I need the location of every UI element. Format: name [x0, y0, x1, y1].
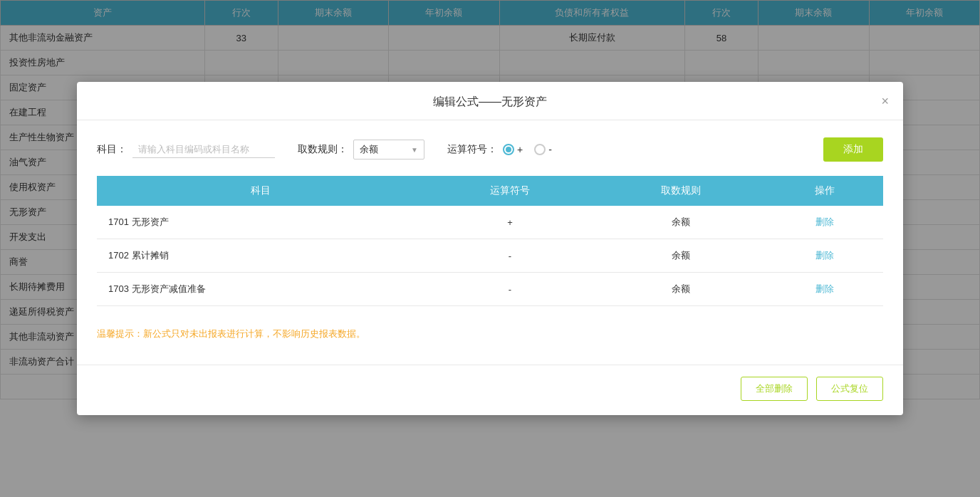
- operator-cell: +: [424, 206, 595, 239]
- col-header-rule: 取数规则: [595, 176, 766, 206]
- rule-field-group: 取数规则： 余额 ▼: [298, 140, 424, 159]
- table-row: 1701 无形资产+余额删除: [97, 206, 883, 239]
- reset-formula-button[interactable]: 公式复位: [816, 377, 883, 401]
- delete-row-link[interactable]: 删除: [815, 250, 834, 261]
- operator-cell: -: [424, 239, 595, 273]
- modal-body: 科目： 取数规则： 余额 ▼ 运算符号：: [77, 120, 903, 365]
- table-header-row: 科目 运算符号 取数规则 操作: [97, 176, 883, 206]
- modal-title: 编辑公式——无形资产: [433, 95, 547, 110]
- col-header-action: 操作: [766, 176, 883, 206]
- operator-field-group: 运算符号： + -: [447, 143, 552, 156]
- radio-unchecked-circle: [534, 144, 546, 155]
- rule-cell: 余额: [595, 239, 766, 273]
- subject-label: 科目：: [97, 143, 127, 156]
- operator-minus-radio[interactable]: -: [534, 144, 552, 155]
- action-cell: 删除: [766, 206, 883, 239]
- table-row: 1702 累计摊销-余额删除: [97, 239, 883, 273]
- warning-text: 温馨提示：新公式只对未出报表进行计算，不影响历史报表数据。: [97, 320, 883, 347]
- radio-checked-circle: [503, 144, 514, 155]
- modal-close-button[interactable]: ×: [881, 95, 889, 108]
- operator-plus-radio[interactable]: +: [503, 144, 523, 155]
- subject-cell: 1702 累计摊销: [97, 239, 424, 273]
- operator-label: 运算符号：: [447, 143, 497, 156]
- modal-header: 编辑公式——无形资产 ×: [77, 82, 903, 120]
- subject-input[interactable]: [132, 141, 275, 158]
- chevron-down-icon: ▼: [411, 146, 418, 154]
- subject-field-group: 科目：: [97, 141, 275, 158]
- operator-plus-label: +: [517, 144, 523, 155]
- subject-cell: 1701 无形资产: [97, 206, 424, 239]
- modal-footer: 全部删除 公式复位: [77, 365, 903, 415]
- table-row: 1703 无形资产减值准备-余额删除: [97, 273, 883, 306]
- operator-cell: -: [424, 273, 595, 306]
- modal-overlay: 编辑公式——无形资产 × 科目： 取数规则： 余额 ▼: [0, 0, 980, 497]
- operator-radio-group: + -: [503, 144, 552, 155]
- col-header-subject: 科目: [97, 176, 424, 206]
- delete-row-link[interactable]: 删除: [815, 283, 834, 294]
- edit-formula-modal: 编辑公式——无形资产 × 科目： 取数规则： 余额 ▼: [77, 82, 903, 415]
- add-button[interactable]: 添加: [823, 137, 883, 162]
- action-cell: 删除: [766, 239, 883, 273]
- rule-label: 取数规则：: [298, 143, 348, 156]
- operator-minus-label: -: [548, 144, 552, 155]
- action-cell: 删除: [766, 273, 883, 306]
- formula-form: 科目： 取数规则： 余额 ▼ 运算符号：: [97, 137, 883, 162]
- delete-row-link[interactable]: 删除: [815, 216, 834, 227]
- col-header-operator: 运算符号: [424, 176, 595, 206]
- rule-select-value: 余额: [360, 143, 378, 156]
- rule-select[interactable]: 余额 ▼: [353, 140, 424, 159]
- rule-cell: 余额: [595, 206, 766, 239]
- subject-cell: 1703 无形资产减值准备: [97, 273, 424, 306]
- formula-table: 科目 运算符号 取数规则 操作 1701 无形资产+余额删除1702 累计摊销-…: [97, 176, 883, 306]
- rule-cell: 余额: [595, 273, 766, 306]
- delete-all-button[interactable]: 全部删除: [741, 377, 808, 401]
